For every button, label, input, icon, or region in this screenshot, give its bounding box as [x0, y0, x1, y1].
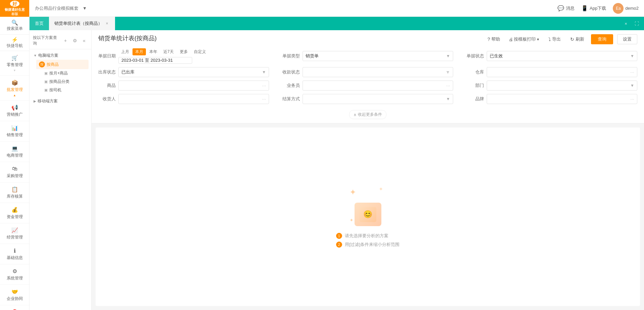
sidebar-item-collab[interactable]: 🤝 企业协同 — [0, 285, 29, 305]
query-button[interactable]: 查询 — [591, 34, 613, 44]
tab-active[interactable]: 销货单统计表（按商品） × — [49, 17, 115, 30]
print-button[interactable]: 🖨 按模板打印 ▼ — [507, 35, 542, 44]
guide-icon: 🎯 — [11, 309, 18, 310]
sidebar-item-system[interactable]: ⚙ 系统管理 — [0, 264, 29, 285]
goods-control[interactable]: ··· — [118, 81, 269, 91]
sidebar-item-ecommerce[interactable]: 💻 电商管理 — [0, 142, 29, 162]
sidebar-item-inventory[interactable]: 📋 库存核算 — [0, 183, 29, 203]
doctype-label: 单据类型 — [282, 53, 303, 59]
outstatus-control[interactable]: 已出库 ▼ — [118, 67, 269, 77]
add-scheme-button[interactable]: + — [62, 37, 69, 44]
settings-scheme-button[interactable]: ⚙ — [71, 37, 78, 44]
sidebar-collab-label: 企业协同 — [7, 296, 23, 302]
date-range-display[interactable]: 2023-03-01 至 2023-03-31 — [118, 57, 192, 64]
user-menu[interactable]: Ea demo2 — [613, 3, 639, 14]
sales-icon: 📊 — [11, 124, 18, 131]
tree-node-by-driver[interactable]: ▣ 按司机 — [36, 86, 89, 94]
collapse-label: 收起更多条件 — [358, 112, 382, 117]
goods-label: 商品 — [98, 83, 118, 89]
dropdown-arrow: ▼ — [83, 6, 87, 11]
wholesale-arrow: ▲ — [13, 94, 16, 97]
sidebar-item-basicinfo[interactable]: ℹ 基础信息 — [0, 244, 29, 264]
settings-button[interactable]: 设置 — [617, 34, 637, 44]
message-icon: 💬 — [557, 5, 564, 11]
sidebar-item-guide[interactable]: 🎯 新手引导 — [0, 305, 29, 310]
paystatus-control[interactable]: ▼ — [303, 67, 453, 77]
industry-dropdown[interactable]: ▼ — [83, 6, 87, 11]
export-button[interactable]: ⤵ 导出 — [546, 35, 564, 44]
salesperson-dots-icon: ··· — [446, 83, 450, 88]
tab-home[interactable]: 首页 — [30, 17, 49, 30]
dept-dropdown-icon: ▼ — [630, 83, 634, 88]
sidebar-quicknav-label: 快捷导航 — [7, 43, 23, 48]
tab-expand-button[interactable]: ⛶ — [632, 19, 641, 28]
docstatus-control[interactable]: 已生效 ▼ — [487, 51, 637, 61]
tree-node-by-category[interactable]: ▣ 按商品分类 — [36, 78, 89, 86]
date-curr-btn[interactable]: 本月 — [132, 48, 146, 55]
sub-icon-month: ▣ — [44, 71, 48, 75]
top-header: 办公用品行业模拟账套 ▼ 💬 消息 📱 App下载 Ea demo2 — [30, 0, 644, 17]
date-year-btn[interactable]: 本年 — [147, 48, 160, 55]
sidebar-ecommerce-label: 电商管理 — [7, 153, 23, 158]
collapse-button[interactable]: ∧ 收起更多条件 — [349, 110, 386, 119]
tab-close-button[interactable]: × — [621, 19, 631, 28]
collapse-row: ∧ 收起更多条件 — [98, 107, 637, 119]
dept-control[interactable]: ▼ — [487, 81, 637, 91]
date-more-btn[interactable]: 更多 — [177, 48, 191, 55]
settle-control[interactable]: ▼ — [303, 94, 453, 104]
help-button[interactable]: ? 帮助 — [485, 35, 503, 44]
sidebar-item-retail[interactable]: 🛒 零售管理 ▼ — [0, 51, 29, 76]
step-num-2: 2 — [336, 242, 342, 248]
marketing-icon: 📢 — [11, 104, 18, 111]
message-button[interactable]: 💬 消息 — [557, 5, 575, 11]
tab-close-icon[interactable]: × — [104, 21, 110, 26]
empty-text: 1 请先选择要分析的方案 2 用[过滤]条件来缩小分析范围 — [336, 233, 399, 248]
date-prev-btn[interactable]: 上月 — [118, 48, 132, 55]
brand-control[interactable]: ··· — [487, 94, 637, 104]
filter-settle-item: 结算方式 ▼ — [282, 94, 453, 104]
dept-label: 部门 — [467, 83, 487, 89]
basicinfo-icon: ℹ — [11, 247, 18, 254]
doctype-value: 销货单 — [306, 53, 445, 59]
filter-doctype-item: 单据类型 销货单 ▼ — [282, 51, 453, 61]
doctype-control[interactable]: 销货单 ▼ — [303, 51, 453, 61]
app-download-label: App下载 — [590, 5, 606, 11]
sidebar-finance-label: 资金管理 — [7, 214, 23, 220]
sidebar-item-search[interactable]: 🔍 搜索菜单 — [0, 17, 29, 35]
sidebar-item-operations[interactable]: 📈 经营管理 — [0, 223, 29, 244]
empty-box: 😊 — [355, 203, 381, 226]
brand-label: 品牌 — [467, 96, 487, 102]
paystatus-label: 收款状态 — [282, 69, 303, 75]
tree-node-by-month[interactable]: ▣ 按月+商品 — [36, 69, 89, 78]
sidebar-item-wholesale[interactable]: 📦 批发管理 ▲ — [0, 76, 29, 101]
receiver-dots-icon: ··· — [262, 96, 266, 102]
tab-active-label: 销货单统计表（按商品） — [54, 20, 102, 27]
sidebar-item-purchase[interactable]: 🛍 采购管理 — [0, 162, 29, 183]
salesperson-control[interactable]: ··· — [303, 81, 453, 91]
right-panel: 销货单统计表(按商品) ? 帮助 🖨 按模板打印 ▼ ⤵ 导出 — [92, 30, 644, 310]
date-custom-btn[interactable]: 自定义 — [191, 48, 209, 55]
app-download-icon: 📱 — [581, 5, 588, 11]
receiver-control[interactable]: ··· — [118, 94, 269, 104]
mobile-section-header[interactable]: ▶ 移动端方案 — [32, 97, 89, 105]
app-download-button[interactable]: 📱 App下载 — [581, 5, 606, 11]
print-label: 按模板打印 — [514, 36, 536, 42]
refresh-button[interactable]: ↻ 刷新 — [568, 35, 587, 44]
pc-section-header[interactable]: ▼ 电脑端方案 — [32, 51, 89, 60]
message-label: 消息 — [566, 5, 575, 11]
date-7days-btn[interactable]: 近7天 — [161, 48, 176, 55]
sidebar-item-finance[interactable]: 💰 资金管理 — [0, 203, 29, 223]
warehouse-control[interactable]: ··· — [487, 67, 637, 77]
sidebar-item-sales[interactable]: 📊 销售管理 — [0, 121, 29, 142]
collapse-panel-button[interactable]: « — [80, 37, 88, 44]
sidebar-item-quicknav[interactable]: ⚡ 快捷导航 — [0, 35, 29, 51]
logo-sub: 标版 — [11, 12, 18, 16]
filter-docstatus-item: 单据状态 已生效 ▼ — [467, 51, 637, 61]
sidebar-search-label: 搜索菜单 — [7, 26, 23, 31]
sidebar-item-marketing[interactable]: 📢 营销推广 — [0, 101, 29, 121]
tree-node-by-goods[interactable]: 按 按商品 — [36, 60, 89, 69]
operations-icon: 📈 — [11, 227, 18, 234]
outstatus-dropdown-icon: ▼ — [262, 70, 266, 74]
mobile-section-arrow: ▶ — [34, 99, 36, 103]
print-icon: 🖨 — [509, 37, 513, 42]
